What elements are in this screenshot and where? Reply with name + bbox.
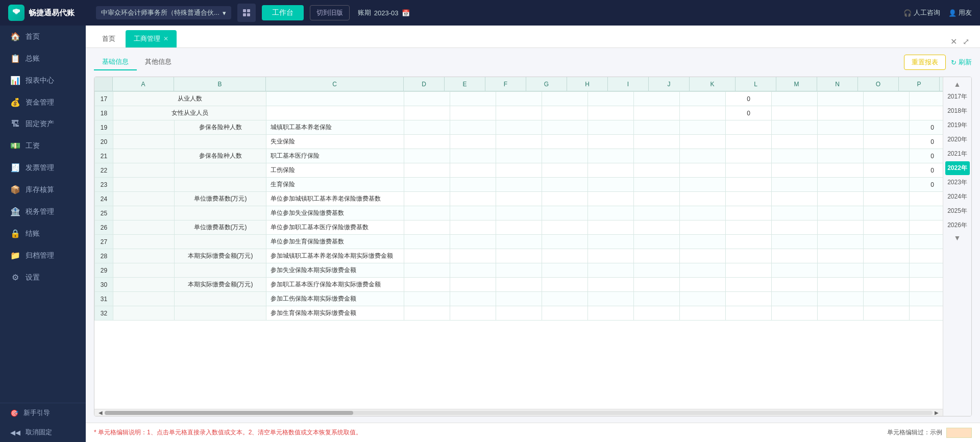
sidebar-item-salary[interactable]: 💵工资 xyxy=(0,135,86,157)
cell-31-c[interactable]: 参加工伤保险本期实际缴费金额 xyxy=(266,292,404,306)
cell-22-c[interactable]: 工伤保险 xyxy=(266,163,404,178)
cell-22-col6[interactable] xyxy=(496,163,542,178)
cell-30-col6[interactable] xyxy=(496,278,542,292)
scroll-thumb[interactable] xyxy=(105,411,353,415)
cell-23-col10[interactable] xyxy=(680,178,726,192)
cell-31-col8[interactable] xyxy=(588,292,634,306)
cell-23-k[interactable] xyxy=(726,178,772,192)
cell-30-col8[interactable] xyxy=(588,278,634,292)
cell-19-k[interactable] xyxy=(726,120,772,135)
cell-22-col5[interactable] xyxy=(450,163,496,178)
cell-26-col10[interactable] xyxy=(680,220,726,235)
sidebar-item-settings[interactable]: ⚙设置 xyxy=(0,266,86,288)
cell-30-col10[interactable] xyxy=(680,278,726,292)
cell-17-col14[interactable] xyxy=(864,92,910,106)
cell-18-col14[interactable] xyxy=(864,106,910,120)
cell-20-k[interactable] xyxy=(726,135,772,149)
cell-30-col4[interactable] xyxy=(404,278,450,292)
year-item-2020年[interactable]: 2020年 xyxy=(945,133,970,146)
sidebar-item-home[interactable]: 🏠首页 xyxy=(0,26,86,47)
sidebar-item-close[interactable]: 🔒结账 xyxy=(0,223,86,244)
cell-25-col9[interactable] xyxy=(634,206,680,220)
ai-consult-btn[interactable]: 🎧 人工咨询 xyxy=(903,8,940,17)
cell-30-o[interactable] xyxy=(910,278,943,292)
horizontal-scrollbar[interactable]: ◀ ▶ xyxy=(94,409,943,416)
cell-25-k[interactable] xyxy=(726,206,772,220)
cell-17-col5[interactable] xyxy=(450,92,496,106)
cell-30-b[interactable]: 本期实际缴费金额(万元) xyxy=(175,278,266,292)
cell-22-col7[interactable] xyxy=(542,163,588,178)
switch-version-button[interactable]: 切到旧版 xyxy=(310,5,350,20)
year-item-2019年[interactable]: 2019年 xyxy=(945,118,970,132)
cell-20-col8[interactable] xyxy=(588,135,634,149)
cell-25-col12[interactable] xyxy=(772,206,818,220)
cell-29-k[interactable] xyxy=(726,263,772,278)
company-selector[interactable]: 中审众环会计师事务所（特殊普通合伙... ▾ xyxy=(96,6,231,19)
company-icon-btn[interactable] xyxy=(237,4,256,22)
sidebar-item-archive[interactable]: 📁归档管理 xyxy=(0,244,86,266)
cell-28-c[interactable]: 参加城镇职工基本养老保险本期实际缴费金额 xyxy=(266,249,404,263)
cell-31-b[interactable] xyxy=(175,292,266,306)
cell-28-col10[interactable] xyxy=(680,249,726,263)
cell-17-a[interactable]: 从业人数 xyxy=(113,92,266,106)
cell-21-col4[interactable] xyxy=(404,149,450,163)
year-item-2025年[interactable]: 2025年 xyxy=(945,204,970,218)
cell-19-col7[interactable] xyxy=(542,120,588,135)
cell-27-a[interactable] xyxy=(113,235,175,249)
cell-18-col6[interactable] xyxy=(496,106,542,120)
cell-32-col9[interactable] xyxy=(634,306,680,321)
year-item-2017年[interactable]: 2017年 xyxy=(945,90,970,104)
cell-17-col10[interactable] xyxy=(680,92,726,106)
cell-19-col12[interactable] xyxy=(772,120,818,135)
cell-29-o[interactable] xyxy=(910,263,943,278)
tab-home[interactable]: 首页 xyxy=(94,30,124,47)
cell-31-col6[interactable] xyxy=(496,292,542,306)
cell-23-c[interactable]: 生育保险 xyxy=(266,178,404,192)
cell-29-a[interactable] xyxy=(113,263,175,278)
cell-20-a[interactable] xyxy=(113,135,175,149)
cell-22-a[interactable] xyxy=(113,163,175,178)
sidebar-item-fund[interactable]: 💰资金管理 xyxy=(0,91,86,113)
cell-26-a[interactable] xyxy=(113,220,175,235)
cell-29-col7[interactable] xyxy=(542,263,588,278)
tab-close-icon[interactable]: ✕ xyxy=(163,35,168,42)
user-avatar[interactable]: 👤 用友 xyxy=(948,8,972,17)
cell-23-col8[interactable] xyxy=(588,178,634,192)
cell-21-col14[interactable] xyxy=(864,149,910,163)
cell-23-col14[interactable] xyxy=(864,178,910,192)
cell-25-col10[interactable] xyxy=(680,206,726,220)
cell-23-col6[interactable] xyxy=(496,178,542,192)
cell-19-b[interactable]: 参保各险种人数 xyxy=(175,120,266,135)
cell-24-col13[interactable] xyxy=(818,192,864,206)
cell-26-col13[interactable] xyxy=(818,220,864,235)
cell-28-col5[interactable] xyxy=(450,249,496,263)
cell-31-o[interactable] xyxy=(910,292,943,306)
cell-27-col13[interactable] xyxy=(818,235,864,249)
cell-29-col5[interactable] xyxy=(450,263,496,278)
cell-25-col7[interactable] xyxy=(542,206,588,220)
cell-20-col5[interactable] xyxy=(450,135,496,149)
cell-22-k[interactable] xyxy=(726,163,772,178)
cell-18-col7[interactable] xyxy=(542,106,588,120)
tab-business[interactable]: 工商管理 ✕ xyxy=(126,30,177,47)
cell-20-col9[interactable] xyxy=(634,135,680,149)
cell-21-col5[interactable] xyxy=(450,149,496,163)
cell-24-col10[interactable] xyxy=(680,192,726,206)
cell-28-col9[interactable] xyxy=(634,249,680,263)
cell-24-a[interactable] xyxy=(113,192,175,206)
cell-20-col12[interactable] xyxy=(772,135,818,149)
cell-21-col9[interactable] xyxy=(634,149,680,163)
cell-32-o[interactable] xyxy=(910,306,943,321)
cell-24-k[interactable] xyxy=(726,192,772,206)
cell-27-col9[interactable] xyxy=(634,235,680,249)
cell-32-col4[interactable] xyxy=(404,306,450,321)
cell-21-col13[interactable] xyxy=(818,149,864,163)
cell-29-c[interactable]: 参加失业保险本期实际缴费金额 xyxy=(266,263,404,278)
cell-24-col12[interactable] xyxy=(772,192,818,206)
cell-21-col8[interactable] xyxy=(588,149,634,163)
cell-24-b[interactable]: 单位缴费基数(万元) xyxy=(175,192,266,206)
year-item-2022年[interactable]: 2022年 xyxy=(945,161,970,175)
cell-26-col14[interactable] xyxy=(864,220,910,235)
cell-21-col12[interactable] xyxy=(772,149,818,163)
cell-22-col14[interactable] xyxy=(864,163,910,178)
